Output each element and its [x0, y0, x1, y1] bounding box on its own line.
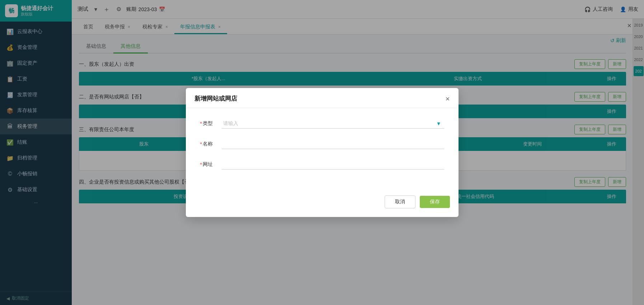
name-label-text: 名称	[203, 141, 213, 147]
modal-title: 新增网站或网店	[194, 94, 237, 103]
cancel-button[interactable]: 取消	[385, 195, 415, 208]
form-group-type: * 类型 ▼	[200, 118, 444, 129]
url-label: * 网址	[200, 161, 222, 168]
type-label-text: 类型	[203, 120, 213, 127]
name-required-mark: *	[200, 141, 202, 147]
type-label: * 类型	[200, 120, 222, 127]
type-input[interactable]	[222, 118, 444, 129]
url-control-wrap	[222, 159, 444, 170]
modal-close-button[interactable]: ×	[446, 95, 450, 102]
form-group-name: * 名称	[200, 139, 444, 149]
type-required-mark: *	[200, 121, 202, 126]
modal-footer: 取消 保存	[186, 190, 459, 217]
name-control-wrap	[222, 139, 444, 149]
modal-add-website: 新增网站或网店 × * 类型 ▼ * 名称	[186, 88, 459, 217]
save-button[interactable]: 保存	[420, 196, 450, 208]
type-control-wrap: ▼	[222, 118, 444, 129]
type-dropdown-icon[interactable]: ▼	[436, 121, 441, 126]
name-label: * 名称	[200, 141, 222, 147]
url-label-text: 网址	[203, 161, 213, 168]
modal-body: * 类型 ▼ * 名称 *	[186, 108, 459, 190]
url-required-mark: *	[200, 162, 202, 167]
modal-overlay[interactable]: 新增网站或网店 × * 类型 ▼ * 名称	[0, 0, 644, 305]
url-input[interactable]	[222, 159, 444, 170]
modal-header: 新增网站或网店 ×	[186, 88, 459, 108]
form-group-url: * 网址	[200, 159, 444, 170]
name-input[interactable]	[222, 139, 444, 149]
